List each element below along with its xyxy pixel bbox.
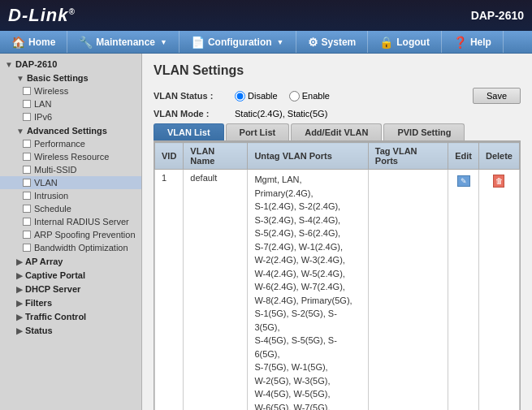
- expand-icon: ▼: [5, 60, 13, 69]
- sidebar-item-bandwidth[interactable]: Bandwidth Optimization: [0, 241, 141, 254]
- sidebar-item-intrusion[interactable]: Intrusion: [0, 189, 141, 202]
- expand-icon: ▶: [16, 285, 23, 294]
- sidebar: ▼ DAP-2610 ▼ Basic Settings Wireless LAN…: [0, 54, 142, 410]
- sidebar-dhcp-server[interactable]: ▶ DHCP Server: [0, 282, 141, 296]
- bullet-icon: [23, 87, 31, 95]
- nav-help[interactable]: ❓ Help: [442, 31, 504, 53]
- sidebar-item-performance[interactable]: Performance: [0, 137, 141, 150]
- expand-icon: ▶: [16, 326, 23, 335]
- sidebar-item-lan[interactable]: LAN: [0, 97, 141, 110]
- col-edit: Edit: [448, 143, 479, 170]
- tab-vlan-list[interactable]: VLAN List: [154, 123, 224, 140]
- logo: D-Link®: [8, 5, 76, 26]
- col-vid: VID: [155, 143, 184, 170]
- expand-icon: ▶: [16, 257, 23, 266]
- sidebar-item-multi-ssid[interactable]: Multi-SSID: [0, 163, 141, 176]
- vlan-status-radio-group: Disable Enable: [235, 91, 330, 101]
- nav-system[interactable]: ⚙ System: [296, 31, 369, 53]
- cell-edit[interactable]: ✎: [448, 170, 479, 411]
- cell-delete[interactable]: 🗑: [478, 170, 519, 411]
- vlan-status-label: VLAN Status :: [154, 91, 235, 101]
- sidebar-item-wireless[interactable]: Wireless: [0, 84, 141, 97]
- edit-icon: ✎: [457, 175, 470, 187]
- nav-maintenance[interactable]: 🔧 Maintenance ▼: [67, 31, 179, 53]
- bullet-icon: [23, 153, 31, 161]
- tab-pvid-setting[interactable]: PVID Setting: [383, 123, 465, 140]
- save-button[interactable]: Save: [473, 88, 521, 104]
- main-layout: ▼ DAP-2610 ▼ Basic Settings Wireless LAN…: [0, 54, 532, 410]
- expand-icon: ▶: [16, 313, 23, 322]
- vlan-mode-label: VLAN Mode :: [154, 109, 235, 119]
- vlan-table-container: VID VLAN Name Untag VLAN Ports Tag VLAN …: [154, 141, 521, 410]
- sidebar-root[interactable]: ▼ DAP-2610: [0, 57, 141, 71]
- radio-disable[interactable]: Disable: [235, 91, 278, 101]
- chevron-down-icon: ▼: [277, 38, 284, 46]
- vlan-status-value: Disable Enable Save: [235, 88, 521, 104]
- sidebar-basic-settings[interactable]: ▼ Basic Settings: [0, 71, 141, 84]
- page-title: VLAN Settings: [154, 63, 521, 78]
- bullet-icon: [23, 113, 31, 121]
- sidebar-item-vlan[interactable]: VLAN: [0, 176, 141, 189]
- sidebar-traffic-control[interactable]: ▶ Traffic Control: [0, 309, 141, 323]
- vlan-status-row: VLAN Status : Disable Enable Save: [154, 88, 521, 104]
- cell-untag-ports: Mgmt, LAN, Primary(2.4G), S-1(2.4G), S-2…: [248, 170, 368, 411]
- sidebar-item-ipv6[interactable]: IPv6: [0, 110, 141, 123]
- tab-add-edit-vlan[interactable]: Add/Edit VLAN: [291, 123, 382, 140]
- sidebar-advanced-settings[interactable]: ▼ Advanced Settings: [0, 123, 141, 137]
- nav-configuration[interactable]: 📄 Configuration ▼: [179, 31, 296, 53]
- col-vlan-name: VLAN Name: [184, 143, 248, 170]
- navbar: 🏠 Home 🔧 Maintenance ▼ 📄 Configuration ▼…: [0, 31, 532, 54]
- content-area: VLAN Settings VLAN Status : Disable Enab…: [142, 54, 532, 410]
- col-delete: Delete: [478, 143, 519, 170]
- col-untag: Untag VLAN Ports: [248, 143, 368, 170]
- sidebar-ap-array[interactable]: ▶ AP Array: [0, 254, 141, 268]
- expand-icon: ▶: [16, 299, 23, 308]
- expand-icon: ▶: [16, 271, 23, 280]
- tab-port-list[interactable]: Port List: [226, 123, 290, 140]
- bullet-icon: [23, 179, 31, 187]
- sidebar-status[interactable]: ▶ Status: [0, 323, 141, 337]
- radio-enable-input[interactable]: [289, 91, 300, 101]
- tabs-row: VLAN List Port List Add/Edit VLAN PVID S…: [154, 123, 521, 141]
- delete-button[interactable]: 🗑: [491, 174, 506, 188]
- vlan-mode-value: Static(2.4G), Static(5G): [235, 109, 327, 119]
- sidebar-item-radius[interactable]: Internal RADIUS Server: [0, 215, 141, 228]
- table-row: 1 default Mgmt, LAN, Primary(2.4G), S-1(…: [155, 170, 520, 411]
- nav-logout[interactable]: 🔒 Logout: [368, 31, 442, 53]
- nav-home[interactable]: 🏠 Home: [0, 31, 67, 53]
- sidebar-item-wireless-resource[interactable]: Wireless Resource: [0, 150, 141, 163]
- expand-icon: ▼: [16, 74, 24, 83]
- model-name: DAP-2610: [471, 9, 524, 22]
- bullet-icon: [23, 100, 31, 108]
- home-icon: 🏠: [11, 36, 25, 49]
- sidebar-item-schedule[interactable]: Schedule: [0, 202, 141, 215]
- radio-enable[interactable]: Enable: [289, 91, 330, 101]
- expand-icon: ▼: [16, 127, 24, 136]
- radio-disable-input[interactable]: [235, 91, 245, 101]
- bullet-icon: [23, 205, 31, 213]
- sidebar-item-arp[interactable]: ARP Spoofing Prevention: [0, 228, 141, 241]
- cell-tag-ports: [368, 170, 448, 411]
- maintenance-icon: 🔧: [79, 36, 93, 49]
- sidebar-captive-portal[interactable]: ▶ Captive Portal: [0, 268, 141, 282]
- edit-button[interactable]: ✎: [456, 174, 471, 188]
- cell-vlan-name: default: [184, 170, 248, 411]
- config-icon: 📄: [191, 36, 205, 49]
- col-tag: Tag VLAN Ports: [368, 143, 448, 170]
- cell-vid: 1: [155, 170, 184, 411]
- bullet-icon: [23, 231, 31, 239]
- system-icon: ⚙: [308, 36, 318, 49]
- header: D-Link® DAP-2610: [0, 0, 532, 31]
- bullet-icon: [23, 244, 31, 252]
- bullet-icon: [23, 166, 31, 174]
- sidebar-filters[interactable]: ▶ Filters: [0, 296, 141, 309]
- bullet-icon: [23, 192, 31, 200]
- delete-icon: 🗑: [493, 175, 504, 188]
- vlan-table: VID VLAN Name Untag VLAN Ports Tag VLAN …: [154, 142, 520, 410]
- bullet-icon: [23, 218, 31, 226]
- logout-icon: 🔒: [379, 36, 393, 49]
- chevron-down-icon: ▼: [160, 38, 167, 46]
- vlan-mode-row: VLAN Mode : Static(2.4G), Static(5G): [154, 109, 521, 119]
- help-icon: ❓: [453, 36, 467, 49]
- bullet-icon: [23, 140, 31, 148]
